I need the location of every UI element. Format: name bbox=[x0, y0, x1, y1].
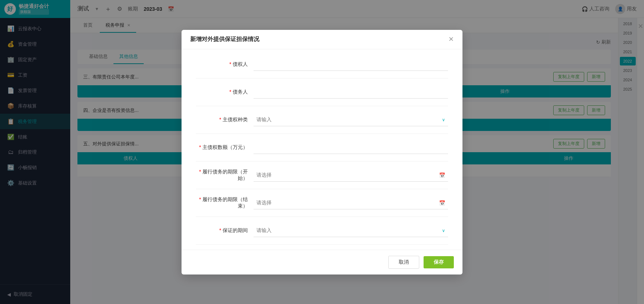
input-end-date[interactable] bbox=[254, 196, 448, 209]
select-guarantee-period[interactable] bbox=[254, 224, 448, 237]
label-debtor: * 债务人 bbox=[196, 89, 254, 95]
form-row-creditor: * 债权人 bbox=[196, 58, 448, 78]
dialog-title: 新增对外提供保证担保情况 bbox=[190, 36, 259, 43]
dialog-footer: 取消 保存 bbox=[182, 250, 462, 274]
label-debt-amount: * 主债权数额（万元） bbox=[196, 144, 254, 151]
save-button[interactable]: 保存 bbox=[424, 256, 454, 268]
input-creditor[interactable] bbox=[254, 58, 448, 71]
label-end-date: * 履行债务的期限（结束） bbox=[196, 196, 254, 209]
date-wrap-end: 📅 bbox=[254, 196, 448, 209]
label-debt-type: * 主债权种类 bbox=[196, 117, 254, 123]
input-debtor[interactable] bbox=[254, 86, 448, 99]
form-row-debtor: * 债务人 bbox=[196, 86, 448, 106]
select-wrap-guarantee-period: ∨ bbox=[254, 224, 448, 237]
label-guarantee-period: * 保证的期间 bbox=[196, 227, 254, 234]
label-creditor: * 债权人 bbox=[196, 61, 254, 68]
input-start-date[interactable] bbox=[254, 169, 448, 182]
label-start-date: * 履行债务的期限（开始） bbox=[196, 169, 254, 182]
calendar-end-icon[interactable]: 📅 bbox=[439, 200, 445, 206]
dialog-close-button[interactable]: ✕ bbox=[448, 36, 454, 42]
form-row-end-date: * 履行债务的期限（结束） 📅 bbox=[196, 196, 448, 217]
form-row-guarantee-period: * 保证的期间 ∨ bbox=[196, 224, 448, 245]
input-debt-amount[interactable] bbox=[254, 141, 448, 154]
calendar-start-icon[interactable]: 📅 bbox=[439, 172, 445, 178]
dialog-overlay: 新增对外提供保证担保情况 ✕ * 债权人 * 债务人 bbox=[0, 0, 644, 304]
dialog-body: * 债权人 * 债务人 * 主债权种类 bbox=[182, 49, 462, 250]
form-row-start-date: * 履行债务的期限（开始） 📅 bbox=[196, 169, 448, 189]
dialog: 新增对外提供保证担保情况 ✕ * 债权人 * 债务人 bbox=[182, 30, 462, 274]
cancel-button[interactable]: 取消 bbox=[388, 256, 419, 269]
select-debt-type[interactable] bbox=[254, 113, 448, 126]
form-row-debt-type: * 主债权种类 ∨ bbox=[196, 113, 448, 134]
dialog-header: 新增对外提供保证担保情况 ✕ bbox=[182, 30, 462, 49]
select-wrap-debt-type: ∨ bbox=[254, 113, 448, 126]
form-row-debt-amount: * 主债权数额（万元） bbox=[196, 141, 448, 162]
date-wrap-start: 📅 bbox=[254, 169, 448, 182]
